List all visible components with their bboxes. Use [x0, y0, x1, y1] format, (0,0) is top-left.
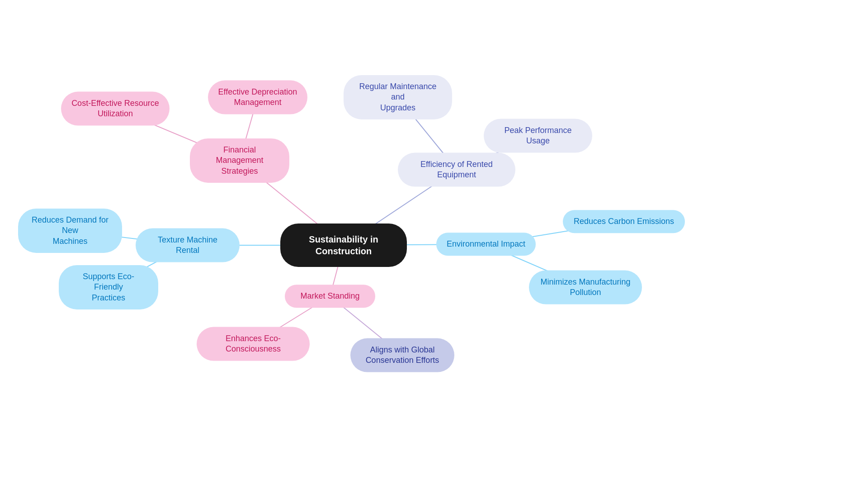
cost-effective-node: Cost-Effective ResourceUtilization [61, 92, 170, 126]
environmental-impact-node: Environmental Impact [436, 233, 536, 256]
manufacturing-pollution-node: Minimizes ManufacturingPollution [529, 271, 642, 304]
market-standing-node: Market Standing [285, 285, 375, 308]
eco-friendly-node: Supports Eco-FriendlyPractices [59, 265, 158, 309]
conservation-node: Aligns with GlobalConservation Efforts [350, 338, 454, 372]
maintenance-node: Regular Maintenance andUpgrades [344, 75, 452, 119]
center-node: Sustainability in Construction [280, 224, 407, 267]
eco-consciousness-node: Enhances Eco-Consciousness [197, 327, 310, 361]
texture-machine-node: Texture Machine Rental [136, 228, 240, 262]
reduces-demand-node: Reduces Demand for NewMachines [18, 209, 122, 253]
carbon-emissions-node: Reduces Carbon Emissions [563, 210, 685, 233]
financial-management-node: Financial ManagementStrategies [190, 138, 289, 183]
peak-performance-node: Peak Performance Usage [484, 119, 592, 153]
efficiency-node: Efficiency of Rented Equipment [398, 153, 515, 187]
depreciation-node: Effective DepreciationManagement [208, 81, 307, 114]
